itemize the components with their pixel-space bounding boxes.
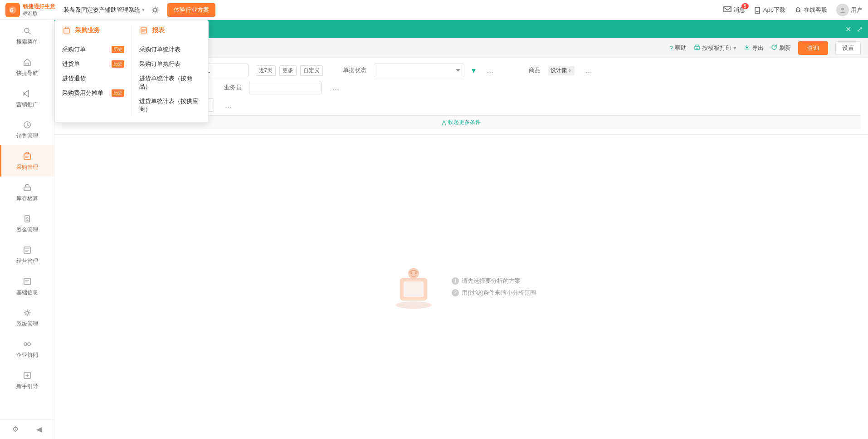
sidebar-item-inventory[interactable]: 库存核算	[0, 177, 54, 208]
dropdown-item-purchase-order-exec[interactable]: 采购订单执行表	[139, 57, 201, 71]
app-download-btn[interactable]: App下载	[754, 6, 785, 14]
sidebar-item-marketing[interactable]: 营销推广	[0, 83, 54, 114]
empty-illustration	[386, 264, 441, 310]
dropdown-col-report: 报表 采购订单统计表 采购订单执行表 进货单统计表（按商品） 进货单统计表（按供…	[132, 26, 209, 117]
dropdown-item-purchase-cost[interactable]: 采购费用分摊单 历史	[62, 86, 124, 100]
user-menu-btn[interactable]: 用户	[836, 4, 863, 16]
sidebar-item-sales[interactable]: 销售管理	[0, 114, 54, 145]
sidebar-label-finance: 资金管理	[16, 226, 38, 234]
logo-area: 6 畅捷通好生意 标准版	[5, 3, 60, 17]
order-status-dots[interactable]: ...	[483, 66, 497, 75]
goods-tag-close[interactable]: ×	[569, 68, 571, 73]
sidebar-label-enterprise: 企业协同	[16, 351, 38, 359]
export-icon	[744, 44, 750, 52]
settings-icon-btn[interactable]	[148, 3, 162, 17]
help-icon: ?	[669, 44, 673, 52]
svg-point-17	[28, 343, 30, 345]
export-btn[interactable]: 导出	[744, 44, 764, 52]
help-label: 帮助	[675, 44, 687, 52]
svg-point-25	[415, 272, 417, 274]
sidebar-item-search[interactable]: 搜索菜单	[0, 20, 54, 51]
purchase-cost-history-badge: 历史	[112, 89, 124, 97]
sidebar-item-enterprise[interactable]: 企业协同	[0, 333, 54, 365]
operations-icon	[22, 245, 33, 256]
enterprise-icon	[22, 339, 33, 350]
message-btn[interactable]: 消息 5	[723, 6, 745, 14]
inventory-icon	[22, 182, 33, 193]
sidebar-item-operations[interactable]: 经营管理	[0, 239, 54, 271]
top-header: 6 畅捷通好生意 标准版 装备及固定资产辅助管理系统 ▾ 体验行业方案 消息 5	[0, 0, 868, 20]
marketing-icon	[22, 88, 33, 99]
industry-btn[interactable]: 体验行业方案	[167, 3, 215, 17]
sidebar-label-inventory: 库存核算	[16, 195, 38, 202]
goods-tag: 设计素 ×	[548, 66, 574, 75]
report-section-icon	[139, 26, 148, 35]
salesperson-input[interactable]	[249, 81, 322, 94]
tab-fullscreen-icon[interactable]: ⤢	[855, 25, 864, 34]
date-custom-btn[interactable]: 自定义	[300, 65, 323, 76]
svg-rect-3	[755, 7, 760, 14]
empty-text: 1 请先选择要分析的方案 2 用[过滤]条件来缩小分析范围	[452, 275, 536, 299]
purchase-dropdown-menu: 采购业务 采购订单 历史 进货单 历史 进货退货 采购费用分摊单 历史	[54, 20, 209, 123]
goods-dots[interactable]: ...	[582, 66, 596, 75]
query-btn[interactable]: 查询	[798, 41, 828, 55]
sidebar-collapse-btn[interactable]: ◀	[36, 425, 42, 434]
sidebar-label-basic-info: 基础信息	[16, 289, 38, 296]
svg-point-23	[408, 268, 419, 279]
dropdown-item-stock-return[interactable]: 进货退货	[62, 71, 124, 86]
dropdown-header-report-label: 报表	[152, 26, 165, 35]
sidebar-label-guide: 新手引导	[16, 383, 38, 390]
svg-rect-26	[64, 29, 69, 33]
order-status-select[interactable]	[374, 64, 464, 77]
sidebar-item-guide[interactable]: 新手引导	[0, 365, 54, 396]
refresh-icon	[771, 44, 777, 52]
svg-rect-10	[24, 187, 30, 191]
customer-dots[interactable]: ...	[221, 100, 235, 110]
sidebar-label-sales: 销售管理	[16, 132, 38, 140]
date-quick-7btn[interactable]: 近7天	[256, 65, 276, 76]
sidebar-label-marketing: 营销推广	[16, 101, 38, 109]
sidebar-item-purchase[interactable]: 采购管理	[0, 145, 54, 177]
order-status-dropdown-icon[interactable]: ▾	[472, 65, 476, 75]
sidebar-label-operations: 经营管理	[16, 257, 38, 265]
svg-rect-14	[24, 278, 30, 285]
dropdown-item-stock-in[interactable]: 进货单 历史	[62, 57, 124, 71]
sidebar-label-system: 系统管理	[16, 320, 38, 328]
dropdown-item-purchase-order-stat[interactable]: 采购订单统计表	[139, 42, 201, 57]
print-btn[interactable]: 按模板打印 ▾	[694, 44, 736, 52]
dropdown-item-purchase-order[interactable]: 采购订单 历史	[62, 42, 124, 57]
svg-point-20	[395, 301, 432, 309]
dropdown-item-stock-stat-supplier[interactable]: 进货单统计表（按供应商）	[139, 94, 201, 117]
salesperson-label: 业务员	[215, 84, 242, 92]
dropdown-header-purchase-label: 采购业务	[75, 26, 100, 35]
print-dropdown-arrow[interactable]: ▾	[733, 44, 736, 51]
sidebar-item-basic-info[interactable]: 基础信息	[0, 271, 54, 302]
svg-rect-9	[24, 154, 30, 159]
refresh-btn[interactable]: 刷新	[771, 44, 791, 52]
dropdown-item-stock-stat-goods[interactable]: 进货单统计表（按商品）	[139, 71, 201, 94]
sidebar-item-quick-nav[interactable]: 快捷导航	[0, 51, 54, 83]
settings-small-btn[interactable]: 设置	[835, 41, 861, 55]
header-right: 消息 5 App下载 在线客服 用户	[723, 4, 863, 16]
sidebar-settings-btn[interactable]: ⚙	[12, 425, 19, 434]
svg-point-24	[410, 272, 412, 274]
step2-num: 2	[452, 289, 459, 296]
tab-close-icon[interactable]: ✕	[844, 25, 853, 34]
system-title-area[interactable]: 装备及固定资产辅助管理系统 ▾	[60, 6, 145, 14]
dropdown-item-stock-in-label: 进货单	[62, 60, 80, 68]
online-service-btn[interactable]: 在线客服	[795, 6, 827, 14]
system-title: 装备及固定资产辅助管理系统	[63, 6, 140, 14]
sidebar-item-system[interactable]: 系统管理	[0, 302, 54, 333]
sidebar-item-finance[interactable]: 资金管理	[0, 208, 54, 239]
goods-tag-text: 设计素	[551, 67, 567, 74]
home-icon	[22, 57, 33, 68]
step2-text: 用[过滤]条件来缩小分析范围	[462, 287, 536, 299]
dropdown-item-stock-stat-goods-label: 进货单统计表（按商品）	[139, 74, 201, 91]
help-btn[interactable]: ? 帮助	[669, 44, 687, 52]
dropdown-item-purchase-order-stat-label: 采购订单统计表	[139, 45, 180, 54]
salesperson-dots[interactable]: ...	[329, 83, 343, 93]
sidebar-label-search: 搜索菜单	[16, 38, 38, 46]
avatar	[836, 4, 849, 16]
order-status-label: 单据状态	[339, 66, 366, 74]
date-more-btn[interactable]: 更多	[279, 65, 297, 76]
